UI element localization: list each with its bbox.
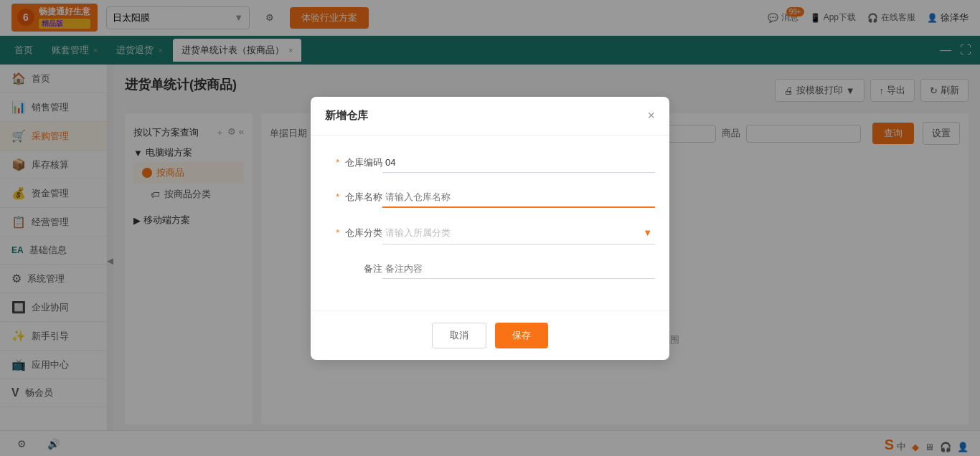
warehouse-name-input[interactable] bbox=[382, 187, 655, 208]
code-label-text: 仓库编码 bbox=[345, 157, 382, 168]
form-row-name: * 仓库名称 bbox=[325, 187, 655, 208]
form-row-note: 备注 bbox=[325, 259, 655, 279]
category-placeholder: 请输入所属分类 bbox=[385, 227, 451, 239]
modal-body: * 仓库编码 * 仓库名称 * 仓库分类 请输入所属 bbox=[311, 136, 669, 310]
modal-title: 新增仓库 bbox=[325, 109, 368, 123]
form-row-code: * 仓库编码 bbox=[325, 153, 655, 173]
warehouse-code-input[interactable] bbox=[382, 153, 655, 173]
form-row-category: * 仓库分类 请输入所属分类 ▼ bbox=[325, 222, 655, 244]
required-star-category: * bbox=[336, 227, 339, 238]
name-label-text: 仓库名称 bbox=[345, 191, 382, 202]
note-label: 备注 bbox=[325, 262, 382, 275]
new-warehouse-modal: 新增仓库 × * 仓库编码 * 仓库名称 bbox=[311, 97, 669, 360]
code-label: * 仓库编码 bbox=[325, 156, 382, 169]
warehouse-note-input[interactable] bbox=[382, 259, 655, 279]
modal-footer: 取消 保存 bbox=[311, 310, 669, 360]
note-label-text: 备注 bbox=[364, 263, 382, 274]
category-dropdown-icon: ▼ bbox=[643, 227, 652, 238]
required-star-name: * bbox=[336, 191, 339, 202]
modal-overlay[interactable]: 新增仓库 × * 仓库编码 * 仓库名称 bbox=[0, 0, 980, 456]
modal-header: 新增仓库 × bbox=[311, 97, 669, 136]
category-label: * 仓库分类 bbox=[325, 227, 382, 239]
warehouse-category-select[interactable]: 请输入所属分类 ▼ bbox=[382, 222, 655, 244]
save-button[interactable]: 保存 bbox=[495, 323, 548, 348]
modal-close-icon[interactable]: × bbox=[647, 108, 655, 123]
name-label: * 仓库名称 bbox=[325, 191, 382, 204]
category-label-text: 仓库分类 bbox=[345, 227, 382, 238]
cancel-button[interactable]: 取消 bbox=[432, 323, 486, 348]
required-star-code: * bbox=[336, 157, 339, 168]
